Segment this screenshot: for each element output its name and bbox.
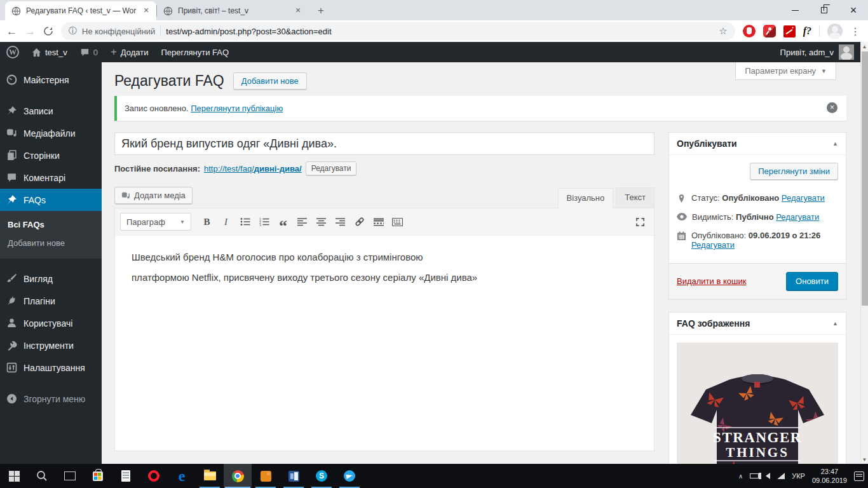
browser-profile-avatar[interactable] — [827, 24, 843, 39]
sidebar-item-dashboard[interactable]: Майстерня — [0, 69, 102, 91]
align-right-button[interactable] — [332, 214, 349, 230]
post-title-input[interactable] — [114, 132, 654, 155]
sidebar-item-appearance[interactable]: Вигляд — [0, 268, 102, 290]
adblock-extension-icon[interactable] — [743, 25, 756, 37]
tab-visual[interactable]: Візуально — [558, 188, 614, 208]
window-restore-button[interactable] — [810, 0, 839, 20]
window-close-button[interactable]: × — [839, 0, 868, 20]
admin-bar-comments[interactable]: 0 — [74, 42, 104, 62]
blockquote-button[interactable]: “ — [275, 214, 292, 230]
align-left-button[interactable] — [294, 214, 311, 230]
admin-bar-greeting[interactable]: Привіт, adm_v — [780, 48, 834, 57]
sidebar-item-plugins[interactable]: Плагіни — [0, 290, 102, 312]
italic-button[interactable]: I — [217, 214, 234, 230]
sidebar-item-pages[interactable]: Сторінки — [0, 144, 102, 166]
browser-menu-icon[interactable]: ⋮ — [850, 25, 860, 37]
edit-permalink-button[interactable]: Редагувати — [306, 161, 357, 175]
add-media-button[interactable]: Додати медіа — [114, 187, 193, 204]
tab-close-icon[interactable]: × — [141, 6, 151, 16]
action-center-icon[interactable] — [854, 471, 864, 481]
network-icon[interactable] — [777, 473, 785, 479]
start-button[interactable] — [0, 464, 28, 488]
collapse-toggle-icon[interactable]: ▲ — [832, 320, 838, 327]
battery-icon[interactable] — [750, 473, 759, 478]
taskbar-chrome[interactable] — [224, 464, 252, 488]
fonts-extension-icon[interactable]: f? — [803, 25, 811, 37]
sidebar-item-users[interactable]: Користувачі — [0, 312, 102, 334]
task-view-button[interactable] — [56, 464, 84, 488]
editor-content-area[interactable]: Шведський бренд H&M оголосив про колабор… — [115, 236, 654, 451]
tab-text[interactable]: Текст — [616, 187, 654, 208]
permalink-link[interactable]: http://test/faq/дивні-дива/ — [204, 164, 302, 173]
toolbar-toggle-button[interactable] — [389, 214, 406, 230]
taskbar-edge[interactable]: e — [168, 464, 196, 488]
publish-panel-header[interactable]: Опублікувати ▲ — [669, 133, 846, 155]
admin-bar-view-faq[interactable]: Переглянути FAQ — [155, 42, 236, 62]
sidebar-collapse-menu[interactable]: Згорнути меню — [0, 388, 102, 410]
numbered-list-button[interactable]: 123 — [255, 214, 273, 230]
bullet-list-button[interactable] — [236, 214, 254, 230]
fullscreen-button[interactable] — [632, 214, 649, 230]
sidebar-item-tools[interactable]: Інструменти — [0, 334, 102, 356]
hidden-icons-caret[interactable]: ∧ — [738, 473, 743, 480]
tab-close-icon[interactable]: × — [293, 6, 303, 16]
address-bar[interactable]: ⓘ Не конфіденційний test/wp-admin/post.p… — [61, 22, 735, 40]
submenu-add-new[interactable]: Добавити нове — [0, 234, 102, 252]
scroll-down-icon[interactable]: ▼ — [861, 455, 868, 464]
bookmark-star-icon[interactable]: ☆ — [719, 25, 727, 37]
browser-tab-inactive[interactable]: Привіт, світ! – test_v × — [157, 1, 308, 20]
update-button[interactable]: Оновити — [786, 272, 838, 290]
scroll-up-icon[interactable]: ▲ — [861, 42, 868, 51]
bold-button[interactable]: B — [198, 214, 215, 230]
sidebar-item-faqs[interactable]: FAQs — [0, 189, 102, 211]
align-center-button[interactable] — [313, 214, 330, 230]
screen-options-button[interactable]: Параметри екрану ▼ — [735, 62, 836, 80]
move-to-trash-link[interactable]: Видалити в кошик — [677, 276, 746, 286]
featured-image[interactable]: STRANGER THINGS — [677, 342, 838, 464]
preview-changes-button[interactable]: Переглянути зміни — [750, 163, 838, 180]
new-tab-button[interactable]: + — [312, 3, 330, 20]
taskbar-notepad[interactable] — [112, 464, 140, 488]
window-minimize-button[interactable] — [780, 0, 810, 20]
volume-icon[interactable] — [766, 473, 770, 479]
link-button[interactable] — [351, 214, 368, 230]
admin-bar-site-name[interactable]: test_v — [25, 42, 74, 62]
info-icon[interactable]: ⓘ — [69, 25, 77, 37]
back-button[interactable]: ← — [6, 26, 17, 37]
user-avatar[interactable] — [839, 44, 854, 60]
edit-status-link[interactable]: Редагувати — [782, 193, 825, 203]
reload-button[interactable] — [43, 26, 53, 36]
sidebar-item-posts[interactable]: Записи — [0, 100, 102, 122]
language-indicator[interactable]: УКР — [792, 472, 805, 480]
edit-visibility-link[interactable]: Редагувати — [776, 212, 819, 222]
taskbar-skype[interactable]: S — [308, 464, 336, 488]
browser-tab-active[interactable]: Редагувати FAQ ‹ test_v — Word × — [5, 1, 156, 20]
taskbar-opera[interactable] — [140, 464, 168, 488]
wp-logo-menu[interactable]: W — [0, 42, 25, 62]
dismiss-notice-icon[interactable]: × — [827, 102, 837, 113]
pin-extension-icon[interactable] — [763, 25, 776, 37]
admin-bar-new[interactable]: + Додати — [104, 42, 155, 62]
page-scrollbar[interactable]: ▲ ▼ — [860, 42, 868, 464]
sidebar-item-settings[interactable]: Налаштування — [0, 356, 102, 379]
edit-published-link[interactable]: Редагувати — [691, 240, 735, 250]
submenu-all-faqs[interactable]: Всі FAQs — [0, 215, 102, 234]
taskbar-app-orange[interactable] — [252, 464, 280, 488]
sidebar-item-media[interactable]: Медіафайли — [0, 122, 102, 144]
taskbar-clock[interactable]: 23:47 09.06.2019 — [812, 467, 847, 485]
paragraph-format-select[interactable]: Параграф ▼ — [120, 213, 191, 231]
taskbar-store[interactable] — [84, 464, 112, 488]
taskbar-search-button[interactable] — [28, 464, 56, 488]
faq-image-panel-header[interactable]: FAQ зображення ▲ — [669, 313, 846, 335]
wand-extension-icon[interactable] — [783, 25, 796, 37]
read-more-button[interactable] — [370, 214, 387, 230]
scrollbar-thumb[interactable] — [862, 51, 868, 306]
add-new-button[interactable]: Добавити нове — [233, 72, 307, 90]
collapse-toggle-icon[interactable]: ▲ — [832, 140, 838, 147]
taskbar-file-explorer[interactable] — [196, 464, 224, 488]
forward-button[interactable]: → — [25, 26, 36, 37]
view-post-link[interactable]: Переглянути публікацію — [191, 104, 283, 113]
taskbar-word[interactable] — [280, 464, 308, 488]
sidebar-item-comments[interactable]: Коментарі — [0, 166, 102, 189]
taskbar-telegram[interactable] — [336, 464, 363, 488]
